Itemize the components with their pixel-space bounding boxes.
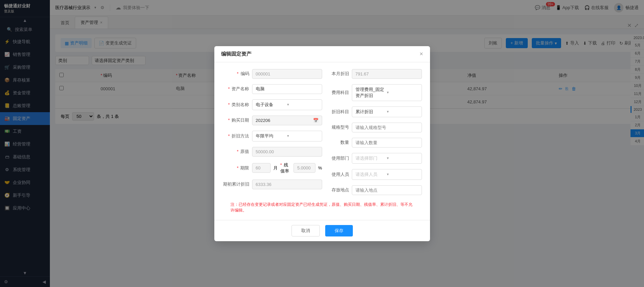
monthly-dep-input [352,69,422,79]
dep-method-select[interactable]: 年限平均 ▾ [252,131,322,141]
purchase-date-label: * 购买日期 [222,117,249,123]
init-dep-input[interactable] [252,180,322,189]
form-row-code: * * 编码 编码 [222,69,322,79]
code-input[interactable] [252,69,322,79]
spec-label: 规格型号 [322,124,349,130]
purchase-date-input[interactable]: 202206 📅 [252,116,322,125]
dep-method-value: 年限平均 [256,133,287,139]
form-row-expense-subject: 费用科目 管理费用_固定资产折旧 ▾ [322,84,422,101]
dialog-footer: 取消 保存 [214,220,430,241]
form-row-dept: 使用部门 请选择部门 ▾ [322,153,422,164]
dept-label: 使用部门 [322,155,349,161]
period-unit-label: 月 [273,165,278,171]
form-row-purchase-date: * 购买日期 202206 📅 [222,116,322,125]
category-select-value: 电子设备 [256,102,287,108]
code-label: * * 编码 编码 [222,71,249,77]
original-value-label: * 原值 [222,149,249,155]
init-dep-label: 期初累计折旧 [222,181,249,187]
expense-subject-label: 费用科目 [322,90,349,96]
cancel-button[interactable]: 取消 [292,225,320,236]
name-input[interactable] [252,84,322,94]
form-row-name: * 资产名称 [222,84,322,94]
quantity-input[interactable] [352,138,422,148]
form-grid: * * 编码 编码 * 资产名称 * 类别名称 [222,69,422,200]
location-input[interactable] [352,185,422,195]
monthly-dep-label: 本月折旧 [322,71,349,77]
form-row-category: * 类别名称 电子设备 ▾ [222,99,322,110]
form-row-original-value: * 原值 [222,147,322,157]
period-input[interactable] [252,163,271,173]
save-button[interactable]: 保存 [325,225,353,236]
calendar-icon: 📅 [313,118,318,123]
user-placeholder: 请选择人员 [356,171,387,178]
form-row-period: * 期限 月 * 残值率 % [222,162,322,174]
category-label: * 类别名称 [222,102,249,108]
period-group: 月 * 残值率 % [252,162,322,174]
expense-chevron-icon: ▾ [387,90,418,95]
dep-method-label: * 折旧方法 [222,133,249,139]
user-select[interactable]: 请选择人员 ▾ [352,169,422,180]
dept-chevron-icon: ▾ [387,156,418,160]
dept-select[interactable]: 请选择部门 ▾ [352,153,422,164]
user-chevron-icon: ▾ [387,172,418,177]
name-label: * 资产名称 [222,86,249,92]
form-row-quantity: 数量 [322,138,422,148]
form-left: * * 编码 编码 * 资产名称 * 类别名称 [222,69,322,200]
dialog-close-btn[interactable]: × [420,51,423,57]
category-select[interactable]: 电子设备 ▾ [252,99,322,110]
original-value-input[interactable] [252,147,322,157]
form-row-monthly-dep: 本月折旧 [322,69,422,79]
dialog-title: 编辑固定资产 [221,51,251,57]
expense-subject-value: 管理费用_固定资产折旧 [356,87,387,99]
period-label: * 期限 [222,165,249,171]
form-row-location: 存放地点 [322,185,422,195]
form-row-dep-method: * 折旧方法 年限平均 ▾ [222,131,322,141]
residual-unit-label: % [318,165,322,170]
dep-subject-chevron-icon: ▾ [387,109,418,114]
dialog-note: 注：已经存在变更记录或者对应固定资产已经生成凭证，原值、购买日期、残值率、累计折… [222,202,422,213]
quantity-label: 数量 [322,139,349,146]
user-label: 使用人员 [322,171,349,178]
dialog-overlay: 编辑固定资产 × * * 编码 编码 [0,0,644,287]
form-right: 本月折旧 费用科目 管理费用_固定资产折旧 ▾ 折旧科目 [322,69,422,200]
form-row-init-dep: 期初累计折旧 [222,180,322,189]
spec-input[interactable] [352,123,422,132]
dialog-body: * * 编码 编码 * 资产名称 * 类别名称 [214,62,430,220]
dep-method-chevron-icon: ▾ [287,134,318,138]
expense-subject-select[interactable]: 管理费用_固定资产折旧 ▾ [352,84,422,101]
dep-subject-label: 折旧科目 [322,109,349,115]
form-row-spec: 规格型号 [322,123,422,132]
dep-subject-value: 累计折旧 [356,109,387,115]
residual-input[interactable] [294,163,315,173]
dialog-header: 编辑固定资产 × [214,46,430,62]
dep-subject-select[interactable]: 累计折旧 ▾ [352,106,422,117]
dept-placeholder: 请选择部门 [356,155,387,161]
residual-rate-label: * 残值率 [280,162,291,174]
location-label: 存放地点 [322,187,349,193]
purchase-date-value: 202206 [256,118,313,123]
category-chevron-icon: ▾ [287,102,318,107]
form-row-dep-subject: 折旧科目 累计折旧 ▾ [322,106,422,117]
form-row-user: 使用人员 请选择人员 ▾ [322,169,422,180]
edit-fixed-asset-dialog: 编辑固定资产 × * * 编码 编码 [214,46,430,241]
